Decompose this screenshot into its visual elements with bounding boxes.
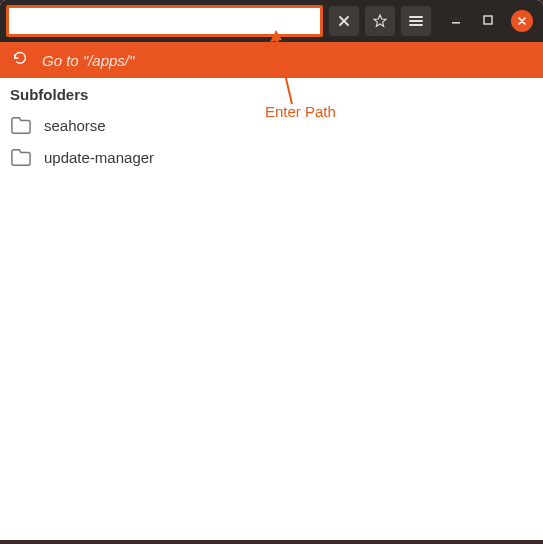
svg-rect-1 bbox=[484, 16, 492, 24]
window-controls bbox=[447, 10, 533, 32]
go-to-path-label: Go to "/apps/" bbox=[42, 52, 134, 69]
minimize-icon bbox=[450, 14, 462, 29]
list-item-label: update-manager bbox=[44, 149, 154, 166]
refresh-icon bbox=[12, 50, 28, 70]
minimize-button[interactable] bbox=[447, 12, 465, 30]
svg-rect-0 bbox=[452, 22, 460, 24]
star-icon bbox=[372, 13, 388, 29]
clear-path-button[interactable] bbox=[329, 6, 359, 36]
bookmark-button[interactable] bbox=[365, 6, 395, 36]
close-icon bbox=[517, 14, 527, 29]
folder-icon bbox=[10, 115, 32, 135]
path-bar: Go to "/apps/" bbox=[0, 42, 543, 78]
list-item[interactable]: seahorse bbox=[0, 109, 543, 141]
list-item[interactable]: update-manager bbox=[0, 141, 543, 173]
section-title-subfolders: Subfolders bbox=[0, 78, 543, 109]
maximize-icon bbox=[482, 14, 494, 29]
hamburger-icon bbox=[409, 14, 423, 28]
content-area: Subfolders seahorse update-manager bbox=[0, 78, 543, 540]
app-window: Go to "/apps/" Subfolders seahorse updat… bbox=[0, 0, 543, 540]
list-item-label: seahorse bbox=[44, 117, 106, 134]
close-window-button[interactable] bbox=[511, 10, 533, 32]
menu-button[interactable] bbox=[401, 6, 431, 36]
close-icon bbox=[338, 15, 350, 27]
titlebar bbox=[0, 0, 543, 42]
maximize-button[interactable] bbox=[479, 12, 497, 30]
folder-icon bbox=[10, 147, 32, 167]
path-input[interactable] bbox=[6, 5, 323, 37]
